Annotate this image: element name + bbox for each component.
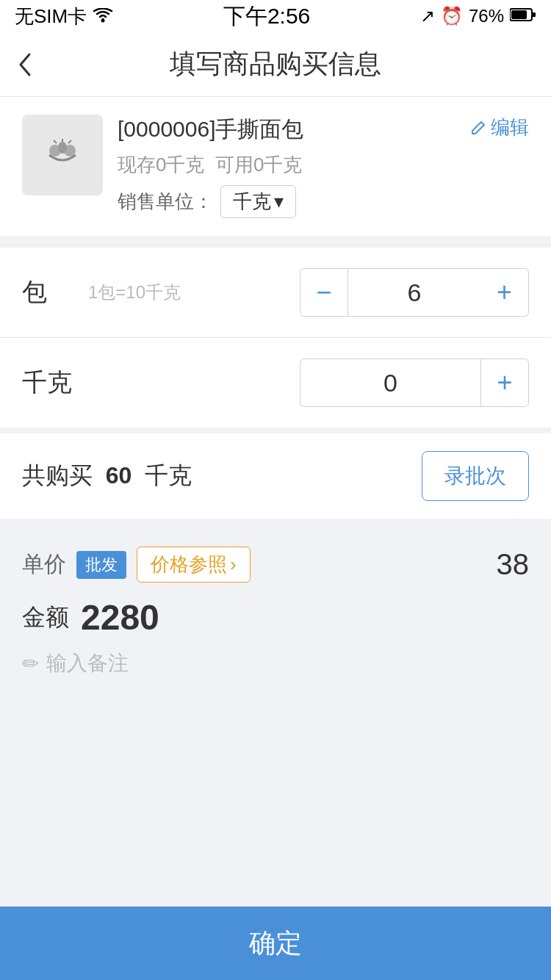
- page-title: 填写商品购买信息: [170, 46, 381, 82]
- price-left: 单价 批发 价格参照 ›: [22, 547, 251, 583]
- wifi-icon: [93, 5, 113, 28]
- status-left: 无SIM卡: [15, 4, 113, 29]
- batch-tag: 批发: [76, 551, 126, 579]
- bao-hint: 1包=10千克: [88, 281, 300, 304]
- price-ref-arrow: ›: [230, 553, 237, 576]
- product-card: [0000006]手撕面包 现存0千克 可用0千克 销售单位： 千克 ▾ 编辑: [0, 97, 551, 248]
- total-text: 共购买 60 千克: [22, 460, 192, 492]
- input-section: 包 1包=10千克 − + 千克 +: [0, 248, 551, 433]
- record-batch-button[interactable]: 录批次: [422, 451, 529, 501]
- price-section: 单价 批发 价格参照 › 38: [0, 525, 551, 583]
- total-amount: 60: [106, 462, 132, 489]
- carrier-text: 无SIM卡: [15, 4, 87, 29]
- product-info: [0000006]手撕面包 现存0千克 可用0千克 销售单位： 千克 ▾: [118, 115, 529, 218]
- svg-point-6: [58, 142, 67, 154]
- price-row: 单价 批发 价格参照 › 38: [22, 547, 529, 583]
- bao-input-row: 包 1包=10千克 − +: [0, 248, 551, 338]
- battery-icon: [510, 6, 536, 26]
- bao-minus-button[interactable]: −: [300, 268, 348, 317]
- kg-stepper: +: [300, 359, 529, 407]
- status-bar: 无SIM卡 下午2:56 ↗ ⏰ 76%: [0, 0, 551, 32]
- bao-input[interactable]: [348, 268, 480, 317]
- spacer: [0, 692, 551, 907]
- amount-value: 2280: [81, 597, 159, 638]
- bao-stepper: − +: [300, 268, 529, 317]
- alarm-icon: ⏰: [441, 6, 463, 26]
- price-ref-button[interactable]: 价格参照 ›: [137, 547, 251, 583]
- kg-input-row: 千克 +: [0, 338, 551, 428]
- status-right: ↗ ⏰ 76%: [420, 6, 536, 26]
- bao-plus-button[interactable]: +: [480, 268, 529, 317]
- product-thumbnail: [22, 115, 103, 195]
- unit-label: 销售单位：: [118, 189, 213, 215]
- location-icon: ↗: [420, 6, 435, 26]
- edit-button[interactable]: 编辑: [470, 115, 529, 140]
- svg-rect-2: [532, 12, 536, 17]
- remark-placeholder: 输入备注: [46, 649, 129, 677]
- amount-row: 金额 2280: [22, 597, 529, 638]
- kg-plus-button[interactable]: +: [480, 359, 529, 407]
- back-button[interactable]: [18, 51, 32, 78]
- status-time: 下午2:56: [223, 1, 310, 32]
- confirm-button[interactable]: 确定: [0, 907, 551, 980]
- svg-line-8: [54, 140, 57, 143]
- battery-text: 76%: [469, 6, 504, 26]
- product-name: [0000006]手撕面包: [118, 115, 529, 145]
- amount-label: 金额: [22, 602, 69, 634]
- product-stock: 现存0千克 可用0千克: [118, 152, 529, 178]
- svg-rect-3: [511, 10, 527, 19]
- unit-select[interactable]: 千克 ▾: [220, 185, 296, 218]
- total-row: 共购买 60 千克 录批次: [0, 433, 551, 525]
- remark-icon: ✏: [22, 652, 39, 676]
- kg-input[interactable]: [300, 359, 480, 407]
- product-unit-row: 销售单位： 千克 ▾: [118, 185, 529, 218]
- svg-point-0: [101, 18, 105, 22]
- bao-label: 包: [22, 275, 81, 309]
- kg-label: 千克: [22, 366, 81, 400]
- nav-bar: 填写商品购买信息: [0, 32, 551, 97]
- price-value: 38: [497, 548, 530, 581]
- remark-row[interactable]: ✏ 输入备注: [22, 649, 529, 692]
- dropdown-arrow: ▾: [274, 190, 284, 213]
- svg-line-9: [68, 140, 71, 143]
- price-label: 单价: [22, 550, 66, 580]
- amount-section: 金额 2280 ✏ 输入备注: [0, 583, 551, 692]
